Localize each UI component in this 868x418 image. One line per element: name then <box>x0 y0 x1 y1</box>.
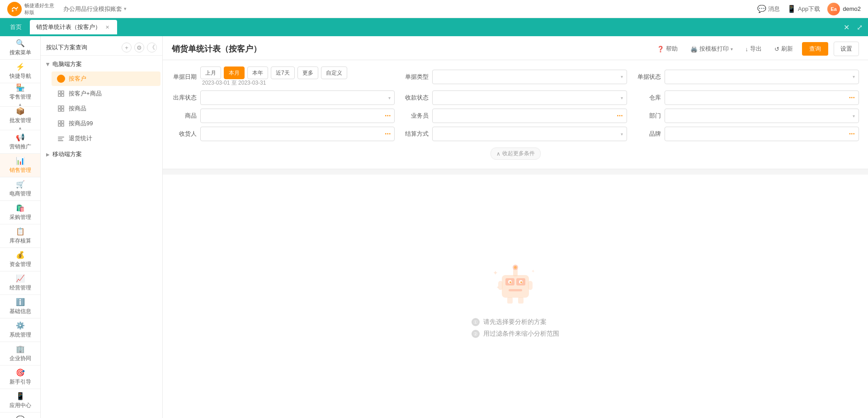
receiver-input[interactable]: ··· <box>200 127 395 141</box>
scheme-group-mobile-header[interactable]: ▶ 移动端方案 <box>41 147 162 161</box>
tab-close-all-button[interactable]: ✕ <box>842 21 851 33</box>
sidebar-item-finance[interactable]: 💰 资金管理 <box>0 248 40 271</box>
empty-tips: ① 请先选择要分析的方案 ② 用过滤条件来缩小分析范围 <box>472 318 559 338</box>
export-icon: ↓ <box>745 46 749 52</box>
sidebar-item-search-menu[interactable]: 🔍 搜索菜单 <box>0 36 40 60</box>
sidebar-item-system[interactable]: ⚙️ 系统管理 <box>0 318 40 342</box>
message-button[interactable]: 💬 消息 <box>757 5 780 13</box>
sidebar-item-enterprise[interactable]: 🏢 企业协同 <box>0 342 40 366</box>
print-button[interactable]: 🖨️ 按模板打印 ▾ <box>687 43 736 55</box>
svg-rect-16 <box>58 138 62 139</box>
sidebar-item-ops[interactable]: 📈 经营管理 <box>0 271 40 295</box>
sidebar-item-retail[interactable]: 🏪 零售管理 ▲ <box>0 83 40 107</box>
scheme-item-by-product99[interactable]: 按商品99 <box>52 116 160 131</box>
marketing-icon: 📢 <box>16 133 25 142</box>
svg-rect-18 <box>502 275 529 298</box>
refresh-button[interactable]: ↺ 刷新 <box>771 43 797 55</box>
brand-input[interactable]: ··· <box>665 127 859 141</box>
ops-icon: 📈 <box>16 274 25 283</box>
scheme-collapse-button[interactable]: 《 <box>147 43 157 52</box>
sidebar-item-ecom[interactable]: 🛒 电商管理 <box>0 177 40 201</box>
empty-tip-2: ② 用过滤条件来缩小分析范围 <box>472 330 559 338</box>
svg-rect-5 <box>58 94 61 96</box>
purchase-icon: 🛍️ <box>16 204 25 212</box>
date-7days-btn[interactable]: 近7天 <box>271 66 295 79</box>
date-more-btn[interactable]: 更多 <box>297 66 318 79</box>
sidebar-item-sales[interactable]: 📊 销售管理 <box>0 154 40 177</box>
payment-filter-cell: 结算方式 ▾ <box>404 127 627 141</box>
scheme-add-button[interactable]: + <box>122 43 132 52</box>
breadcrumb[interactable]: 办公用品行业模拟账套 ▾ <box>63 5 127 13</box>
receiver-filter-cell: 收货人 ··· <box>172 127 395 141</box>
user-menu[interactable]: Ea demo2 <box>827 3 861 15</box>
avatar: Ea <box>827 3 840 15</box>
sidebar-item-inventory[interactable]: 📋 库存核算 <box>0 224 40 248</box>
export-button[interactable]: ↓ 导出 <box>742 43 766 55</box>
collapse-button[interactable]: ∧ 收起更多条件 <box>491 147 541 160</box>
user-name: demo2 <box>843 5 861 12</box>
dept-select[interactable]: ▾ <box>665 109 859 123</box>
status-select[interactable]: ▾ <box>665 70 859 84</box>
tab-bar-actions: ✕ ⤢ <box>842 21 864 33</box>
app-download-button[interactable]: 📱 App下载 <box>787 5 820 13</box>
svg-rect-10 <box>61 109 64 111</box>
brand-dots: ··· <box>849 130 855 138</box>
date-filter-group: 上月 本月 本年 近7天 更多 自定义 2023-03-01 至 2023-03… <box>200 66 395 87</box>
tab-sales-stat[interactable]: 销货单统计表（按客户） ✕ <box>30 20 117 34</box>
sidebar-item-basic[interactable]: ℹ️ 基础信息 <box>0 295 40 318</box>
scheme-settings-button[interactable]: ⚙ <box>134 43 144 52</box>
logo-icon <box>7 2 22 16</box>
scheme-item-by-product[interactable]: 按商品 <box>52 101 160 116</box>
sidebar-item-marketing[interactable]: 📢 营销推广 <box>0 130 40 154</box>
salesperson-input[interactable]: ··· <box>432 109 627 123</box>
ship-select-arrow: ▾ <box>388 95 391 100</box>
sidebar-item-guide[interactable]: 🎯 新手引导 <box>0 366 40 389</box>
search-icon: 🔍 <box>16 39 25 48</box>
scheme-group-mobile: ▶ 移动端方案 <box>41 147 162 161</box>
query-button[interactable]: 查询 <box>802 42 828 56</box>
ship-label: 出库状态 <box>172 94 197 102</box>
sidebar-item-wholesale[interactable]: 📦 批发管理 ▲ <box>0 107 40 130</box>
settings-button[interactable]: 设置 <box>834 42 859 56</box>
svg-point-23 <box>509 281 511 283</box>
sidebar-item-quick-nav[interactable]: ⚡ 快捷导航 <box>0 60 40 83</box>
quick-nav-icon: ⚡ <box>16 62 25 71</box>
sidebar-item-purchase[interactable]: 🛍️ 采购管理 <box>0 201 40 224</box>
empty-state: ✦ ✦ ✦ ① 请先选择要分析的方案 ② 用过 <box>163 175 868 418</box>
sidebar-item-appcenter[interactable]: 📱 应用中心 <box>0 389 40 413</box>
status-select-arrow: ▾ <box>853 74 855 79</box>
scheme-group-desktop: ▶ 电脑端方案 ● 按客户 <box>41 57 162 146</box>
help-button[interactable]: ❓ 帮助 <box>653 43 681 55</box>
desktop-group-arrow: ▶ <box>46 62 51 66</box>
svg-rect-9 <box>58 109 61 111</box>
tab-home[interactable]: 首页 <box>4 20 28 34</box>
scheme-group-desktop-header[interactable]: ▶ 电脑端方案 <box>41 57 162 71</box>
date-curr-month-btn[interactable]: 本月 <box>224 66 245 79</box>
type-select[interactable]: ▾ <box>432 70 627 84</box>
receipt-select[interactable]: ▾ <box>432 90 627 105</box>
tab-close-button[interactable]: ✕ <box>104 24 111 31</box>
date-curr-year-btn[interactable]: 本年 <box>247 66 268 79</box>
svg-rect-3 <box>58 91 61 93</box>
status-filter-cell: 单据状态 ▾ <box>636 66 859 87</box>
svg-rect-8 <box>61 106 64 108</box>
date-custom-btn[interactable]: 自定义 <box>321 66 347 79</box>
print-icon: 🖨️ <box>690 46 698 52</box>
scheme-item-by-customer-product[interactable]: 按客户+商品 <box>52 86 160 101</box>
product-input[interactable]: ··· <box>200 109 395 123</box>
ship-select[interactable]: ▾ <box>200 90 395 105</box>
date-label: 单据日期 <box>172 73 197 81</box>
payment-select[interactable]: ▾ <box>432 127 627 141</box>
tab-fullscreen-button[interactable]: ⤢ <box>855 21 864 33</box>
sidebar-item-wechat[interactable]: 💬 企业微信 <box>0 413 40 418</box>
date-prev-month-btn[interactable]: 上月 <box>200 66 221 79</box>
product99-icon <box>57 119 65 128</box>
scheme-item-return-stat[interactable]: 退货统计 <box>52 131 160 146</box>
scheme-item-by-customer[interactable]: ● 按客户 <box>52 71 160 86</box>
return-stat-icon <box>57 134 65 142</box>
svg-point-2 <box>16 9 17 10</box>
scheme-group-desktop-items: ● 按客户 按客户+商品 <box>41 71 162 146</box>
warehouse-input[interactable]: ··· <box>665 90 859 105</box>
product-label: 商品 <box>172 112 197 120</box>
svg-text:✦: ✦ <box>493 269 498 276</box>
